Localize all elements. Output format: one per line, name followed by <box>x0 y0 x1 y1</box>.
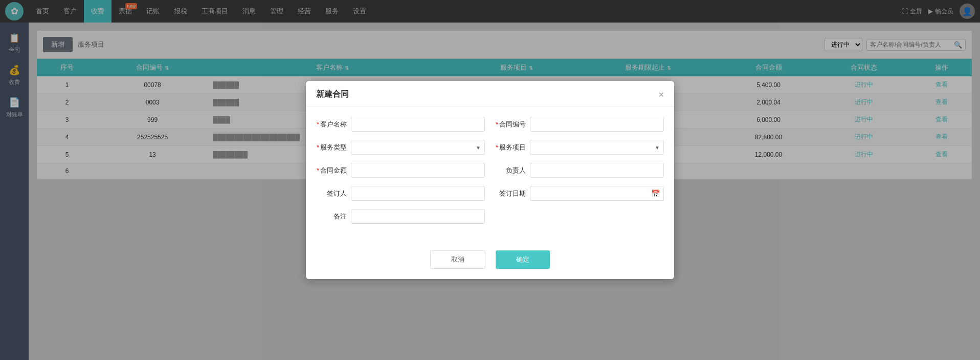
form-group-signer: 签订人 <box>316 186 485 201</box>
sign-date-wrapper: 2023-06-06 📅 <box>530 186 664 201</box>
form-row-3: *合同金额 0.00 负责人 <box>316 163 664 178</box>
service-item-label: *服务项目 <box>495 143 526 152</box>
form-row-1: *客户名称 *合同编号 <box>316 117 664 132</box>
form-group-service-item: *服务项目 <box>495 140 664 155</box>
signer-input[interactable] <box>351 186 485 201</box>
responsible-label: 负责人 <box>495 166 526 175</box>
service-type-select-wrapper <box>351 140 485 155</box>
customer-name-label: *客户名称 <box>316 120 347 129</box>
calendar-icon[interactable]: 📅 <box>651 189 660 198</box>
notes-label: 备注 <box>316 212 347 221</box>
service-item-select-wrapper <box>530 140 664 155</box>
sign-date-input[interactable]: 2023-06-06 <box>530 186 664 201</box>
form-group-service-type: *服务类型 <box>316 140 485 155</box>
modal-close-button[interactable]: × <box>658 90 664 99</box>
service-type-label: *服务类型 <box>316 143 347 152</box>
form-row-2: *服务类型 *服务项目 <box>316 140 664 155</box>
form-row-5: 备注 <box>316 209 664 224</box>
confirm-button[interactable]: 确定 <box>496 250 550 269</box>
sign-date-label: 签订日期 <box>495 189 526 198</box>
form-group-placeholder <box>495 209 664 224</box>
form-group-responsible: 负责人 <box>495 163 664 178</box>
service-item-select[interactable] <box>530 140 664 155</box>
modal-overlay: 新建合同 × *客户名称 *合同编号 *服务类型 <box>0 0 980 360</box>
notes-input[interactable] <box>351 209 485 224</box>
signer-label: 签订人 <box>316 189 347 198</box>
form-group-amount: *合同金额 0.00 <box>316 163 485 178</box>
form-group-customer-name: *客户名称 <box>316 117 485 132</box>
form-group-notes: 备注 <box>316 209 485 224</box>
contract-no-label: *合同编号 <box>495 120 526 129</box>
contract-no-input[interactable] <box>530 117 664 132</box>
contract-amount-input[interactable]: 0.00 <box>351 163 485 178</box>
service-type-select[interactable] <box>351 140 485 155</box>
form-group-contract-no: *合同编号 <box>495 117 664 132</box>
modal-footer: 取消 确定 <box>306 242 674 279</box>
modal-header: 新建合同 × <box>306 81 674 107</box>
form-row-4: 签订人 签订日期 2023-06-06 📅 <box>316 186 664 201</box>
customer-name-input[interactable] <box>351 117 485 132</box>
modal-body: *客户名称 *合同编号 *服务类型 *服务项目 <box>306 107 674 242</box>
cancel-button[interactable]: 取消 <box>430 250 485 269</box>
contract-amount-label: *合同金额 <box>316 166 347 175</box>
responsible-input[interactable] <box>530 163 664 178</box>
modal-title: 新建合同 <box>316 89 349 100</box>
new-contract-modal: 新建合同 × *客户名称 *合同编号 *服务类型 <box>306 81 674 279</box>
form-group-sign-date: 签订日期 2023-06-06 📅 <box>495 186 664 201</box>
